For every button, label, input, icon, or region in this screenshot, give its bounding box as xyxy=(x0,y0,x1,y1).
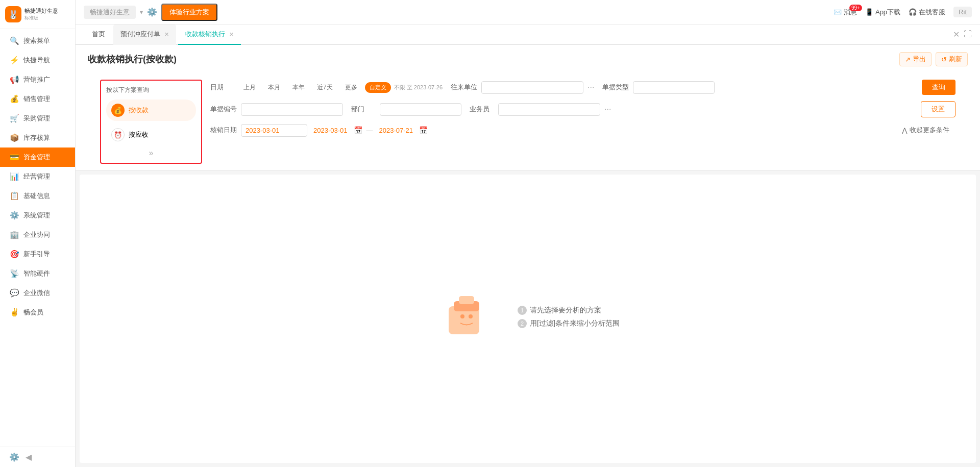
dropdown-arrow-icon[interactable]: ▾ xyxy=(140,9,143,16)
sidebar-item-quick-nav[interactable]: ⚡ 快捷导航 xyxy=(0,51,75,70)
sidebar-nav: 🔍 搜索菜单 ⚡ 快捷导航 📢 营销推广 💰 销售管理 🛒 采购管理 📦 库存核… xyxy=(0,29,75,447)
collapse-sidebar-icon[interactable]: ◀ xyxy=(26,452,32,462)
refresh-icon: ↺ xyxy=(941,56,947,63)
sidebar-item-label: 销售管理 xyxy=(23,94,50,104)
dept-field: 部门 xyxy=(351,103,461,116)
member-icon: ✌️ xyxy=(9,308,19,317)
sidebar-item-hardware[interactable]: 📡 智能硬件 xyxy=(0,264,75,283)
sidebar-item-label: 企业微信 xyxy=(23,288,50,298)
sidebar-item-marketing[interactable]: 📢 营销推广 xyxy=(0,70,75,89)
app-download-button[interactable]: 📱 App下载 xyxy=(865,8,900,17)
sidebar-item-basic[interactable]: 📋 基础信息 xyxy=(0,186,75,206)
filter-left-title: 按以下方案查询 xyxy=(106,86,196,94)
collapse-more-button[interactable]: ⋀ 收起更多条件 xyxy=(896,124,955,137)
verify-date-field: 核销日期 2023-03-01 📅 — 2023-07-21 📅 xyxy=(210,124,428,137)
topbar-brand: 畅捷通好生意 xyxy=(84,6,136,19)
guide-icon: 🎯 xyxy=(9,250,19,259)
export-button[interactable]: ↗ 导出 xyxy=(899,52,932,66)
counterpart-input[interactable] xyxy=(481,81,583,94)
inventory-icon: 📦 xyxy=(9,133,19,142)
service-icon: 🎧 xyxy=(909,8,917,16)
topbar-left: 畅捷通好生意 ▾ ⚙️ 体验行业方案 xyxy=(84,4,825,21)
page-header: 收款核销执行(按收款) ↗ 导出 ↺ 刷新 按以下方案查询 xyxy=(76,45,980,170)
tab-prepay[interactable]: 预付冲应付单 ✕ xyxy=(113,24,176,45)
sidebar-item-label: 智能硬件 xyxy=(23,269,50,278)
page-title: 收款核销执行(按收款) xyxy=(88,53,177,65)
message-icon: ✉️ xyxy=(834,8,842,16)
sidebar-item-purchase[interactable]: 🛒 采购管理 xyxy=(0,109,75,128)
filter-area: 按以下方案查询 💰 按收款 ⏰ 按应收 » xyxy=(88,73,968,170)
date-custom-btn[interactable]: 自定义 xyxy=(365,82,391,93)
sidebar-item-wechat[interactable]: 💬 企业微信 xyxy=(0,283,75,303)
doc-type-label: 单据类型 xyxy=(602,83,629,92)
counterpart-more-icon[interactable]: ··· xyxy=(587,83,594,92)
date-this-year-btn[interactable]: 本年 xyxy=(288,82,309,93)
refresh-button[interactable]: ↺ 刷新 xyxy=(936,52,968,66)
date-more-btn[interactable]: 更多 xyxy=(340,82,362,93)
message-button[interactable]: ✉️ 消息 99+ xyxy=(834,8,857,17)
settings-button[interactable]: 设置 xyxy=(921,101,955,117)
doc-type-select[interactable] xyxy=(633,81,715,94)
svg-rect-2 xyxy=(459,296,474,304)
filter-left-collapse-icon[interactable]: » xyxy=(106,149,196,158)
sidebar-item-operation[interactable]: 📊 经营管理 xyxy=(0,167,75,186)
solution-button[interactable]: 体验行业方案 xyxy=(161,4,217,21)
settings-icon[interactable]: ⚙️ xyxy=(9,452,19,462)
tab-close-prepay[interactable]: ✕ xyxy=(164,31,169,38)
filter-by-receivable[interactable]: ⏰ 按应收 xyxy=(106,124,196,145)
employee-label: 业务员 xyxy=(470,105,494,114)
hardware-icon: 📡 xyxy=(9,269,19,278)
date-label: 日期 xyxy=(210,83,235,92)
close-tab-icon[interactable]: ✕ xyxy=(953,30,960,39)
sidebar-bottom: ⚙️ ◀ xyxy=(0,447,75,467)
sidebar-item-sales[interactable]: 💰 销售管理 xyxy=(0,89,75,109)
verify-date-start-input[interactable] xyxy=(241,124,307,137)
quick-nav-icon: ⚡ xyxy=(9,56,19,65)
sidebar-item-system[interactable]: ⚙️ 系统管理 xyxy=(0,206,75,225)
svg-point-4 xyxy=(469,314,473,318)
filter-row-2: 单据编号 部门 业务员 ··· xyxy=(210,101,955,117)
employee-input[interactable] xyxy=(498,103,600,116)
online-service-button[interactable]: 🎧 在线客服 xyxy=(909,8,945,17)
filter-by-receipt[interactable]: 💰 按收款 xyxy=(106,100,196,121)
tab-home[interactable]: 首页 xyxy=(84,24,113,45)
logo-icon: 🐰 xyxy=(5,6,21,22)
counterpart-label: 往来单位 xyxy=(451,83,477,92)
topbar-gear-icon[interactable]: ⚙️ xyxy=(147,7,157,17)
step1-num: 1 xyxy=(518,306,527,315)
maximize-tab-icon[interactable]: ⛶ xyxy=(964,30,972,39)
logo-badge: 标准版 xyxy=(24,15,58,21)
employee-more-icon[interactable]: ··· xyxy=(604,105,611,114)
verify-date-label: 核销日期 xyxy=(210,126,237,135)
employee-field: 业务员 ··· xyxy=(470,103,611,116)
sidebar-item-label: 库存核算 xyxy=(23,133,50,142)
tabbar: 首页 预付冲应付单 ✕ 收款核销执行 ✕ ✕ ⛶ xyxy=(76,24,980,45)
verify-start-calendar-icon[interactable]: 📅 xyxy=(354,126,362,134)
sidebar-item-search[interactable]: 🔍 搜索菜单 xyxy=(0,31,75,51)
query-button[interactable]: 查询 xyxy=(922,80,955,95)
topbar-right: ✉️ 消息 99+ 📱 App下载 🎧 在线客服 Rit xyxy=(834,7,972,17)
sidebar-item-finance[interactable]: 💳 资金管理 xyxy=(0,148,75,167)
sidebar-item-member[interactable]: ✌️ 畅会员 xyxy=(0,303,75,322)
date-last-month-btn[interactable]: 上月 xyxy=(239,82,260,93)
dept-label: 部门 xyxy=(351,105,376,114)
sidebar-item-inventory[interactable]: 📦 库存核算 xyxy=(0,128,75,148)
search-nav-icon: 🔍 xyxy=(9,36,19,45)
tab-close-receive[interactable]: ✕ xyxy=(229,31,234,38)
doc-no-input[interactable] xyxy=(241,103,343,116)
verify-end-calendar-icon[interactable]: 📅 xyxy=(419,126,428,134)
sales-icon: 💰 xyxy=(9,94,19,104)
empty-tip1: 请先选择要分析的方案 xyxy=(530,306,601,315)
filter-left-panel: 按以下方案查询 💰 按收款 ⏰ 按应收 » xyxy=(100,80,202,164)
dept-select[interactable] xyxy=(380,103,461,116)
date-this-month-btn[interactable]: 本月 xyxy=(263,82,285,93)
user-name[interactable]: Rit xyxy=(953,7,972,17)
tab-receive[interactable]: 收款核销执行 ✕ xyxy=(178,24,241,45)
sidebar-item-guide[interactable]: 🎯 新手引导 xyxy=(0,244,75,264)
empty-state: 1 请先选择要分析的方案 2 用[过滤]条件来缩小分析范围 xyxy=(80,175,976,463)
verify-date-start-value: 2023-03-01 xyxy=(311,127,350,134)
filter-row-1: 日期 上月 本月 本年 近7天 更多 自定义 不限 至 2023-07-26 xyxy=(210,80,955,95)
date-field: 日期 上月 本月 本年 近7天 更多 自定义 不限 至 2023-07-26 xyxy=(210,82,443,93)
sidebar-item-enterprise[interactable]: 🏢 企业协同 xyxy=(0,225,75,244)
date-7days-btn[interactable]: 近7天 xyxy=(312,82,337,93)
